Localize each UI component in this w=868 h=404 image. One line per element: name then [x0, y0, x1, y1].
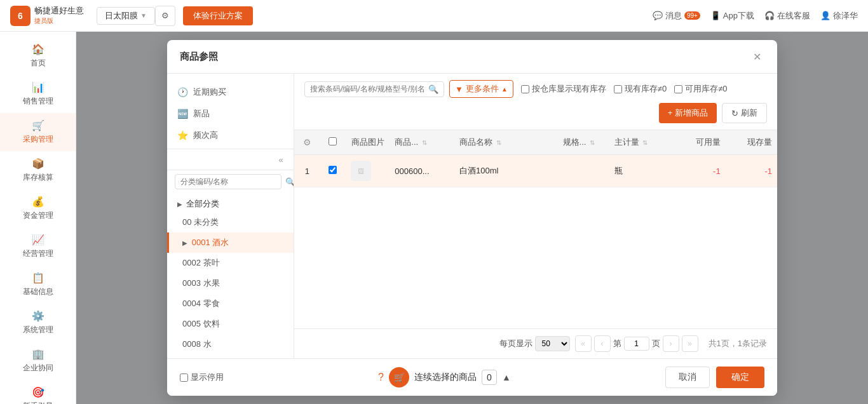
cart-icon-button[interactable]: 🛒	[389, 367, 409, 387]
total-info: 共1页，1条记录	[709, 338, 767, 349]
settings-gear-button[interactable]: ⚙	[155, 6, 175, 26]
sidebar-item-enterprise[interactable]: 🏢 企业协同	[0, 342, 76, 380]
main-layout: 🏠 首页 📊 销售管理 🛒 采购管理 📦 库存核算 💰 资金管理 📈 经营管理 …	[0, 32, 868, 404]
page-number-input[interactable]	[624, 337, 649, 351]
sort-spec-icon: ⇅	[590, 139, 595, 146]
category-0003[interactable]: 0003 水果	[167, 273, 294, 293]
category-0008[interactable]: 0008 水	[167, 334, 294, 354]
navbar-right: 💬 消息 99+ 📱 App下载 🎧 在线客服 👤 徐泽华	[653, 10, 858, 22]
online-service-label: 在线客服	[777, 10, 810, 22]
sidebar-item-operation[interactable]: 📈 经营管理	[0, 227, 76, 266]
category-0002[interactable]: 0002 茶叶	[167, 253, 294, 273]
category-0004[interactable]: 0004 零食	[167, 293, 294, 314]
help-icon[interactable]: ?	[378, 372, 384, 383]
experience-industry-button[interactable]: 体验行业方案	[183, 6, 253, 25]
page-first-button[interactable]: «	[575, 335, 592, 352]
th-stock[interactable]: 现存量	[726, 130, 777, 155]
enterprise-icon: 🏢	[32, 348, 44, 360]
checkbox-bywarehouse[interactable]: 按仓库显示现有库存	[521, 83, 606, 95]
product-search-icon[interactable]: 🔍	[428, 84, 438, 94]
modal-left-sidebar: 🕐 近期购买 🆕 新品 ⭐ 频次高	[167, 74, 294, 358]
row-avail: -1	[661, 155, 726, 187]
collapse-cart-icon[interactable]: ▲	[502, 372, 511, 382]
row-checkbox[interactable]	[329, 166, 337, 174]
footer-right: 取消 确定	[665, 367, 764, 388]
sidebar-item-finance[interactable]: 💰 资金管理	[0, 189, 76, 227]
th-checkbox	[320, 130, 346, 155]
frequent-icon: ⭐	[177, 130, 188, 140]
th-name-label: 商品名称	[459, 137, 492, 147]
category-search-area: 🔍	[167, 170, 294, 193]
th-avail-label: 可用量	[696, 137, 721, 147]
branch-selector[interactable]: 日太阳膜 ▼	[97, 7, 155, 25]
modal-footer: 显示停用 ? 🛒 连续选择的商品 0 ▲ 取消 确定	[167, 358, 777, 396]
category-search-icon[interactable]: 🔍	[285, 177, 294, 187]
page-size-selector: 每页显示 10 20 50 100	[499, 336, 570, 351]
sidebar-label-operation: 经营管理	[23, 248, 53, 259]
logo: 6 畅捷通好生意 捷员版	[10, 6, 84, 26]
more-filter-button[interactable]: ▼ 更多条件 ▲	[449, 80, 513, 98]
checkbox-availne0[interactable]: 可用库存≠0	[674, 83, 727, 95]
th-spec[interactable]: 规格... ⇅	[558, 130, 609, 155]
show-disabled-checkbox[interactable]: 显示停用	[180, 372, 224, 383]
quick-recent[interactable]: 🕐 近期购买	[167, 81, 294, 103]
th-name[interactable]: 商品名称 ⇅	[454, 130, 558, 155]
sidebar-label-basic: 基础信息	[23, 286, 53, 297]
system-icon: ⚙️	[32, 310, 44, 322]
sidebar-label-home: 首页	[31, 58, 46, 69]
sidebar-item-home[interactable]: 🏠 首页	[0, 37, 76, 75]
cart-text: 连续选择的商品	[414, 372, 477, 383]
all-categories-text: 全部分类	[186, 198, 219, 210]
message-icon: 💬	[653, 11, 663, 20]
select-all-checkbox[interactable]	[329, 137, 337, 145]
collapse-sidebar-button[interactable]: «	[273, 152, 288, 167]
checkbox-stockne0-input[interactable]	[614, 85, 622, 93]
th-avail[interactable]: 可用量	[661, 130, 726, 155]
frequent-label: 频次高	[193, 130, 218, 141]
add-product-button[interactable]: + 新增商品	[659, 103, 717, 123]
page-prev-button[interactable]: ‹	[594, 335, 611, 352]
refresh-button[interactable]: ↻ 刷新	[722, 103, 767, 123]
sidebar-item-inventory[interactable]: 📦 库存核算	[0, 151, 76, 189]
th-gear[interactable]: ⚙	[294, 130, 320, 155]
page-input-area	[624, 337, 649, 351]
page-next-button[interactable]: ›	[663, 335, 679, 352]
page-size-select[interactable]: 10 20 50 100	[535, 336, 570, 351]
cancel-button[interactable]: 取消	[665, 367, 710, 388]
th-code[interactable]: 商品... ⇅	[390, 130, 454, 155]
online-service-button[interactable]: 🎧 在线客服	[764, 10, 810, 22]
table-row[interactable]: 1 🖼	[294, 155, 777, 187]
modal-close-button[interactable]: ✕	[749, 49, 764, 64]
app-download-button[interactable]: 📱 App下载	[710, 10, 754, 22]
quick-new[interactable]: 🆕 新品	[167, 103, 294, 125]
checkbox-availne0-input[interactable]	[674, 85, 682, 93]
checkbox-bywarehouse-input[interactable]	[521, 85, 529, 93]
column-settings-icon[interactable]: ⚙	[303, 137, 311, 147]
sidebar-item-guide[interactable]: 🎯 新手引导	[0, 380, 76, 404]
page-last-button[interactable]: »	[682, 335, 698, 352]
modal-toolbar: 🔍 ▼ 更多条件 ▲ 按仓库显示现有库存	[294, 74, 777, 130]
confirm-button[interactable]: 确定	[716, 367, 764, 388]
category-search-input[interactable]	[175, 174, 281, 189]
quick-frequent[interactable]: ⭐ 频次高	[167, 125, 294, 146]
message-button[interactable]: 💬 消息 99+	[653, 10, 700, 22]
category-0005[interactable]: 0005 饮料	[167, 314, 294, 334]
th-unit[interactable]: 主计量 ⇅	[609, 130, 661, 155]
checkbox-stockne0[interactable]: 现有库存≠0	[614, 83, 667, 95]
product-search-input[interactable]	[310, 84, 424, 93]
sidebar-item-basic[interactable]: 📋 基础信息	[0, 266, 76, 304]
sidebar-label-enterprise: 企业协同	[23, 363, 53, 374]
user-avatar[interactable]: 👤 徐泽华	[820, 10, 858, 22]
sidebar-item-sales[interactable]: 📊 销售管理	[0, 75, 76, 113]
all-categories-label[interactable]: ▶ 全部分类	[167, 193, 294, 212]
sidebar-label-inventory: 库存核算	[23, 172, 53, 183]
category-00[interactable]: 00 未分类	[167, 212, 294, 232]
sidebar-item-purchase[interactable]: 🛒 采购管理	[0, 113, 76, 151]
recent-icon: 🕐	[177, 87, 188, 97]
sidebar-label-purchase: 采购管理	[23, 134, 53, 145]
sidebar-item-system[interactable]: ⚙️ 系统管理	[0, 304, 76, 342]
product-table-area: ⚙ 商品图片	[294, 130, 777, 328]
category-0001[interactable]: ▶ 0001 酒水	[167, 232, 294, 253]
page-unit-label: 页	[652, 338, 660, 349]
show-disabled-input[interactable]	[180, 374, 188, 382]
